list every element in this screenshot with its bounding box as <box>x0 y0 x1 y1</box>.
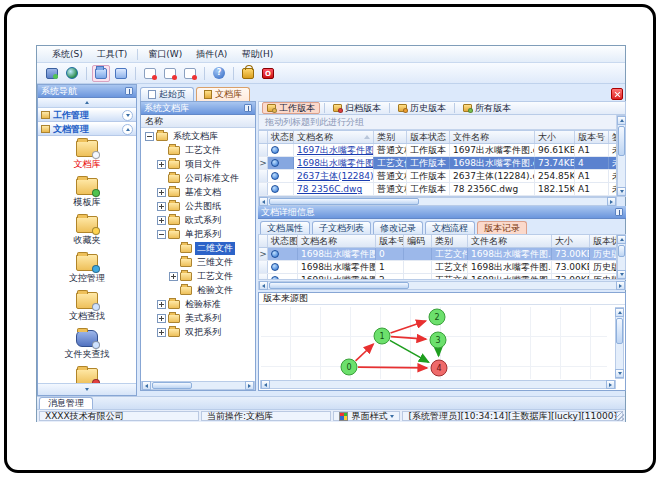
detail-tab-3[interactable]: 修改记录 <box>373 221 423 234</box>
scroll-up-button[interactable] <box>617 235 626 244</box>
doc-new-button[interactable] <box>141 65 159 82</box>
tree-node[interactable]: 美式系列 <box>141 311 255 325</box>
monitor-button[interactable] <box>43 65 61 82</box>
expand-icon[interactable] <box>157 160 166 169</box>
column-header-5[interactable]: 文件名称 <box>450 131 535 143</box>
sidebar-item-binoculars[interactable]: 文件夹查找 <box>38 330 136 361</box>
expand-icon[interactable] <box>157 188 166 197</box>
version-filter-4-button[interactable]: 所有版本 <box>459 102 515 114</box>
tree-node[interactable]: 单把系列 <box>141 227 255 241</box>
tree-column-header[interactable]: 名称 <box>141 115 255 128</box>
tab-start-page[interactable]: 起始页 <box>140 87 194 101</box>
scroll-thumb[interactable] <box>618 126 625 156</box>
column-header-4[interactable]: 版本状态 <box>407 131 450 143</box>
doc-delete-button[interactable] <box>181 65 199 82</box>
column-header-7[interactable]: 版本号 <box>575 131 609 143</box>
version-graph-canvas[interactable]: 01234 <box>261 307 607 379</box>
sidebar-item-template-library[interactable]: 模板库 <box>38 178 136 209</box>
column-header-8[interactable]: 版本状态 <box>590 235 617 247</box>
column-header-8[interactable]: 签出状态 <box>609 131 617 143</box>
collapse-button[interactable] <box>122 124 133 135</box>
scroll-thumb[interactable] <box>269 282 409 289</box>
scroll-down-button[interactable] <box>617 270 626 279</box>
menu-item-2[interactable]: 工具(T) <box>90 47 135 62</box>
scroll-thumb[interactable] <box>618 245 625 257</box>
version-grid-vscrollbar[interactable] <box>617 234 626 280</box>
tree-node[interactable]: 公共图纸 <box>141 199 255 213</box>
doc-edit-button[interactable] <box>161 65 179 82</box>
tree-hscrollbar[interactable] <box>141 381 255 390</box>
scroll-down-button[interactable] <box>617 187 626 196</box>
column-header-1[interactable]: 状态图 <box>268 235 298 247</box>
tree-node[interactable]: 项目文件 <box>141 157 255 171</box>
scroll-right-button[interactable] <box>607 197 616 206</box>
globe-button[interactable] <box>63 65 81 82</box>
sidebar-item-document-library[interactable]: 文档库 <box>38 140 136 171</box>
column-header-1[interactable]: 状态图 <box>268 131 294 143</box>
sidebar-item-doc-search[interactable]: 文档查找 <box>38 292 136 323</box>
expand-icon[interactable] <box>157 314 166 323</box>
pin-icon[interactable] <box>615 208 623 216</box>
graph-hscrollbar[interactable] <box>260 380 616 389</box>
detail-tab-4[interactable]: 文档流程 <box>425 221 475 234</box>
detail-tab-2[interactable]: 子文档列表 <box>312 221 371 234</box>
scroll-right-button[interactable] <box>245 381 254 390</box>
scroll-left-button[interactable] <box>142 381 151 390</box>
version-filter-1-button[interactable]: 工作版本 <box>262 102 320 114</box>
nav-group-doc[interactable]: 文档管理 <box>38 122 136 136</box>
scroll-up-button[interactable] <box>615 308 624 317</box>
version-filter-2-button[interactable]: 归档版本 <box>329 102 385 114</box>
tree-node[interactable]: 检验标准 <box>141 297 255 311</box>
expand-button[interactable] <box>122 110 133 121</box>
help-button[interactable]: ? <box>210 65 228 82</box>
column-header-7[interactable]: 大小 <box>552 235 590 247</box>
scroll-down-button[interactable] <box>615 369 624 378</box>
expand-icon[interactable] <box>157 328 166 337</box>
pin-icon[interactable] <box>244 104 252 112</box>
group-by-bar[interactable]: 拖动列标题到此进行分组 <box>258 115 617 130</box>
scroll-thumb[interactable] <box>616 318 623 344</box>
tree-node[interactable]: 工艺文件 <box>141 269 255 283</box>
expand-icon[interactable] <box>157 300 166 309</box>
ui-style-selector[interactable]: 界面样式 <box>333 411 400 421</box>
menu-item-5[interactable]: 帮助(H) <box>234 47 280 62</box>
version-grid-hscrollbar[interactable] <box>258 281 626 290</box>
collapse-icon[interactable] <box>145 132 154 141</box>
column-header-6[interactable]: 大小 <box>535 131 575 143</box>
column-header-5[interactable]: 类别 <box>432 235 468 247</box>
scroll-right-button[interactable] <box>606 380 615 389</box>
tree-node[interactable]: 欧式系列 <box>141 213 255 227</box>
nav-group-work[interactable]: 工作管理 <box>38 108 136 122</box>
tree-node[interactable]: 检验文件 <box>141 283 255 297</box>
tab-doc-library[interactable]: 文档库 <box>196 87 250 101</box>
expand-icon[interactable] <box>157 216 166 225</box>
detail-tab-1[interactable]: 文档属性 <box>260 221 310 234</box>
close-icon[interactable] <box>611 88 623 100</box>
tab-message-management[interactable]: 消息管理 <box>39 397 93 409</box>
pin-icon[interactable] <box>125 87 133 95</box>
tree-node[interactable]: 二维文件 <box>141 241 255 255</box>
documents-grid-vscrollbar[interactable] <box>617 115 626 197</box>
sidebar-item-checked-out-docs[interactable]: 签出的文档 <box>38 368 136 383</box>
graph-vscrollbar[interactable] <box>615 307 624 379</box>
table-row[interactable]: >1698出水嘴零件图.dwg工艺文件工作版本1698出水嘴零件图.dwg73.… <box>259 157 616 170</box>
menu-item-1[interactable]: 系统(S) <box>45 47 90 62</box>
tree-node[interactable]: 工艺文件 <box>141 143 255 157</box>
tree-node[interactable]: 公司标准文件 <box>141 171 255 185</box>
menu-item-4[interactable]: 插件(A) <box>189 47 234 62</box>
nav-scroll-down-strip[interactable] <box>38 383 136 395</box>
collapse-icon[interactable] <box>157 230 166 239</box>
expand-icon[interactable] <box>169 272 178 281</box>
menu-item-3[interactable]: 窗口(W) <box>141 47 189 62</box>
power-button[interactable]: O <box>259 65 277 82</box>
column-header-4[interactable]: 编码 <box>404 235 432 247</box>
nav-collapse-strip[interactable] <box>38 98 136 108</box>
tree-node[interactable]: 三维文件 <box>141 255 255 269</box>
expand-icon[interactable] <box>157 202 166 211</box>
table-row[interactable]: 1698出水嘴零件图.dwg1工艺文件1698出水嘴零件图.dwg73.00KB… <box>259 261 616 274</box>
scroll-left-button[interactable] <box>259 281 268 290</box>
table-row[interactable]: 78 2356C.dwg普通文档工作版本78 2356C.dwg182.15KB… <box>259 183 616 196</box>
scroll-thumb[interactable] <box>152 382 192 389</box>
scroll-right-button[interactable] <box>616 281 625 290</box>
column-header-3[interactable]: 类别 <box>374 131 407 143</box>
